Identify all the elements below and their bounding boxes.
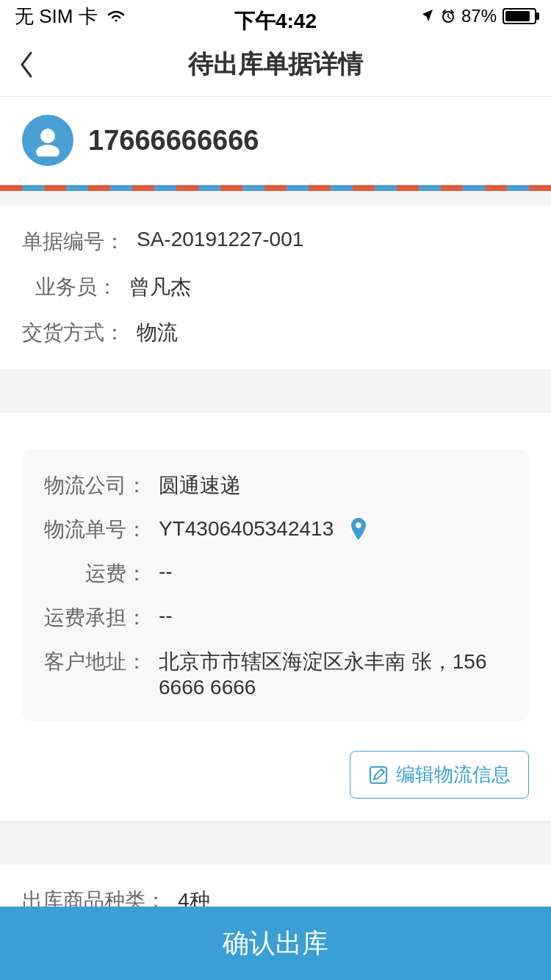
tracking-location-icon[interactable] xyxy=(345,516,372,542)
status-right: 87% xyxy=(420,6,536,26)
logistics-address-value: 北京市市辖区海淀区永丰南 张，156 6666 6666 xyxy=(159,648,507,699)
alarm-icon xyxy=(441,9,455,24)
carrier-label: 无 SIM 卡 xyxy=(15,4,98,29)
order-number-value: SA-20191227-001 xyxy=(137,228,529,251)
logistics-freight-value: -- xyxy=(159,560,507,583)
edit-logistics-button[interactable]: 编辑物流信息 xyxy=(350,751,529,799)
delivery-value: 物流 xyxy=(137,319,529,347)
logistics-freight-bearer-value: -- xyxy=(159,604,507,627)
logistics-freight-label: 运费： xyxy=(44,560,147,588)
order-number-label: 单据编号： xyxy=(22,228,125,256)
wifi-icon xyxy=(105,9,127,24)
svg-point-2 xyxy=(36,145,60,156)
logistics-tracking-value: YT4306405342413 xyxy=(159,516,507,542)
logistics-company-row: 物流公司： 圆通速递 xyxy=(44,472,507,500)
logistics-company-label: 物流公司： xyxy=(44,472,147,500)
back-button[interactable] xyxy=(18,50,35,79)
logistics-section: 物流公司： 圆通速递 物流单号： YT4306405342413 运费： -- … xyxy=(0,413,551,821)
salesman-value: 曾凡杰 xyxy=(129,273,529,301)
order-number-row: 单据编号： SA-20191227-001 xyxy=(22,228,529,256)
user-phone: 17666666666 xyxy=(88,125,259,156)
order-info-section: 单据编号： SA-20191227-001 业务员： 曾凡杰 交货方式： 物流 xyxy=(0,206,551,369)
logistics-address-label: 客户地址： xyxy=(44,648,147,676)
page-title: 待出库单据详情 xyxy=(188,48,363,82)
logistics-tracking-row: 物流单号： YT4306405342413 xyxy=(44,516,507,544)
dashed-divider xyxy=(0,185,551,191)
section-gap-1 xyxy=(0,383,551,398)
logistics-card: 物流公司： 圆通速递 物流单号： YT4306405342413 运费： -- … xyxy=(22,450,529,721)
avatar xyxy=(22,115,73,166)
edit-icon xyxy=(368,765,389,785)
location-status-icon xyxy=(420,9,435,24)
battery-icon xyxy=(503,8,536,24)
svg-rect-3 xyxy=(370,767,386,783)
logistics-company-value: 圆通速递 xyxy=(159,472,507,500)
logistics-tracking-label: 物流单号： xyxy=(44,516,147,544)
user-header: 17666666666 xyxy=(0,97,551,184)
status-bar: 无 SIM 卡 下午4:42 87% xyxy=(0,0,551,32)
salesman-label: 业务员： xyxy=(22,273,118,301)
delivery-label: 交货方式： xyxy=(22,319,125,347)
edit-btn-container: 编辑物流信息 xyxy=(22,736,529,799)
logistics-freight-row: 运费： -- xyxy=(44,560,507,588)
confirm-button[interactable]: 确认出库 xyxy=(0,907,551,980)
status-left: 无 SIM 卡 xyxy=(15,4,127,29)
logistics-freight-bearer-label: 运费承担： xyxy=(44,604,147,632)
delivery-row: 交货方式： 物流 xyxy=(22,319,529,347)
section-gap-2 xyxy=(0,835,551,850)
logistics-freight-bearer-row: 运费承担： -- xyxy=(44,604,507,632)
salesman-row: 业务员： 曾凡杰 xyxy=(22,273,529,301)
nav-bar: 待出库单据详情 xyxy=(0,32,551,97)
status-time: 下午4:42 xyxy=(234,7,317,35)
svg-point-1 xyxy=(40,129,55,143)
logistics-address-row: 客户地址： 北京市市辖区海淀区永丰南 张，156 6666 6666 xyxy=(44,648,507,699)
battery-percent: 87% xyxy=(461,6,497,26)
